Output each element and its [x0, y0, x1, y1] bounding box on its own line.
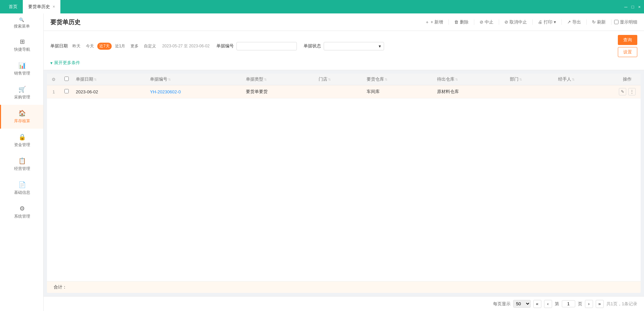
- sidebar-item-label: 库存核算: [14, 118, 30, 124]
- th-dept: 部门⇅: [506, 74, 554, 85]
- main-content: 要货单历史 ＋ + 新增 🗑 删除 ⊘ 中止 ⊘: [44, 13, 644, 311]
- page-total: 共1页，1条记录: [606, 301, 637, 307]
- th-handler: 经手人⇅: [555, 74, 614, 85]
- prev-page-btn[interactable]: ‹: [544, 300, 552, 308]
- sidebar-item-quick-nav[interactable]: ⊞ 快捷导航: [0, 33, 43, 57]
- sort-icon-store: ⇅: [328, 78, 331, 81]
- docno-filter-label: 单据编号: [216, 43, 234, 49]
- sidebar-item-operations[interactable]: 📋 经营管理: [0, 152, 43, 176]
- page-size-select[interactable]: 50 100 200: [513, 300, 531, 308]
- setting-button[interactable]: 设置: [618, 47, 637, 57]
- divider: [586, 19, 587, 25]
- footer-label: 合计：: [54, 284, 67, 290]
- tab-home[interactable]: 首页: [3, 0, 23, 13]
- row-store: [315, 85, 363, 98]
- date-btn-custom[interactable]: 自定义: [142, 43, 158, 50]
- sidebar-search[interactable]: 🔍 搜索菜单: [0, 13, 43, 33]
- sales-icon: 📊: [18, 62, 26, 69]
- divider: [561, 19, 562, 25]
- table-row[interactable]: 1 2023-06-02 YH-20230602-0 要货单要货 车间库 原材料…: [47, 85, 641, 98]
- row-checkbox-cell[interactable]: [60, 85, 72, 98]
- page-size-label: 每页显示: [493, 301, 511, 307]
- row-op: ✎ ⋮: [614, 85, 641, 98]
- last-page-btn[interactable]: »: [596, 300, 604, 308]
- sidebar-item-label: 经营管理: [14, 166, 30, 172]
- query-button[interactable]: 查询: [618, 35, 637, 45]
- op-edit-icon[interactable]: ✎: [619, 88, 626, 95]
- sidebar-item-inventory[interactable]: 🏠 库存核算: [0, 105, 43, 129]
- delete-button[interactable]: 🗑 删除: [451, 18, 471, 27]
- status-filter-label: 单据状态: [304, 43, 321, 49]
- row-doctype: 要货单要货: [243, 85, 315, 98]
- first-page-btn[interactable]: «: [533, 300, 541, 308]
- date-btn-1month[interactable]: 近1月: [113, 43, 127, 50]
- date-btn-today[interactable]: 今天: [84, 43, 96, 50]
- docno-filter-input[interactable]: [236, 42, 297, 50]
- expand-filter-btn[interactable]: ▾ 展开更多条件: [50, 60, 637, 66]
- date-btn-more[interactable]: 更多: [128, 43, 141, 50]
- sort-icon-handler: ⇅: [572, 78, 575, 81]
- sort-icon-date: ⇅: [94, 78, 97, 81]
- select-all-checkbox[interactable]: [64, 77, 69, 81]
- window-controls: ─ □ ×: [624, 4, 641, 9]
- date-filter-label: 单据日期: [50, 43, 68, 49]
- tab-active[interactable]: 要货单历史 ×: [23, 0, 60, 13]
- show-detail-input[interactable]: [614, 20, 619, 24]
- page-title: 要货单历史: [50, 18, 80, 26]
- filter-docno-item: 单据编号: [216, 42, 297, 50]
- refresh-button[interactable]: ↻ 刷新: [589, 18, 608, 27]
- filter-status-item: 单据状态 ▾: [304, 42, 384, 50]
- layout: 🔍 搜索菜单 ⊞ 快捷导航 📊 销售管理 🛒 采购管理 🏠 库存核算 🔒 资金管…: [0, 13, 644, 311]
- filter-action-buttons: 查询 设置: [618, 35, 637, 57]
- cancel-stop-button[interactable]: ⊘ 取消中止: [502, 18, 530, 27]
- sidebar-item-label: 销售管理: [14, 71, 30, 76]
- row-checkbox[interactable]: [64, 89, 69, 93]
- sidebar-item-label: 系统管理: [14, 214, 30, 219]
- new-button[interactable]: ＋ + 新增: [422, 18, 446, 27]
- op-more-icon[interactable]: ⋮: [628, 88, 636, 95]
- delete-icon: 🗑: [454, 19, 459, 25]
- divider: [499, 19, 499, 25]
- tab-close-btn[interactable]: ×: [53, 4, 55, 9]
- sidebar-item-label: 基础信息: [14, 190, 30, 195]
- sidebar-item-purchase[interactable]: 🛒 采购管理: [0, 81, 43, 105]
- stop-button[interactable]: ⊘ 中止: [477, 18, 496, 27]
- sidebar-item-sales[interactable]: 📊 销售管理: [0, 57, 43, 81]
- sidebar-item-system[interactable]: ⚙ 系统管理: [0, 200, 43, 224]
- th-date: 单据日期⇅: [72, 74, 147, 85]
- inventory-icon: 🏠: [18, 109, 26, 117]
- row-docno-link[interactable]: YH-20230602-0: [150, 89, 181, 94]
- maximize-btn[interactable]: □: [632, 4, 634, 9]
- print-dropdown-icon: ▾: [554, 19, 556, 25]
- sidebar-item-basic-info[interactable]: 📄 基础信息: [0, 176, 43, 200]
- sidebar-item-finance[interactable]: 🔒 资金管理: [0, 129, 43, 152]
- page-number-input[interactable]: [562, 300, 575, 307]
- stop-icon: ⊘: [480, 19, 483, 25]
- date-range-text: 2023-05-27 至 2023-06-02: [162, 43, 209, 49]
- row-num: 1: [47, 85, 60, 98]
- quick-nav-icon: ⊞: [20, 38, 25, 45]
- date-btn-7days[interactable]: 近7天: [97, 43, 112, 50]
- table-container: ⚙ 单据日期⇅ 单据编号⇅ 单据类型⇅ 门店⇅ 要货仓库⇅ 待出仓库⇅ 部门⇅ …: [47, 74, 641, 281]
- date-btn-yesterday[interactable]: 昨天: [70, 43, 83, 50]
- print-icon: 🖨: [538, 19, 542, 25]
- sidebar-item-label: 快捷导航: [14, 47, 30, 52]
- tab-active-label: 要货单历史: [28, 4, 50, 10]
- page-unit: 页: [578, 301, 582, 307]
- basic-info-icon: 📄: [18, 181, 26, 188]
- close-btn-window[interactable]: ×: [638, 4, 641, 9]
- minimize-btn[interactable]: ─: [624, 4, 627, 9]
- status-filter-select[interactable]: ▾: [324, 42, 384, 50]
- th-req-warehouse: 要货仓库⇅: [363, 74, 434, 85]
- export-button[interactable]: ↗ 导出: [565, 18, 584, 27]
- select-all-th[interactable]: [60, 74, 72, 85]
- finance-icon: 🔒: [18, 133, 26, 141]
- print-button[interactable]: 🖨 打印 ▾: [535, 18, 559, 27]
- purchase-icon: 🛒: [18, 86, 26, 93]
- gear-th[interactable]: ⚙: [47, 74, 60, 85]
- pagination: 每页显示 50 100 200 « ‹ 第 页 › » 共1页，1条记录: [44, 296, 644, 311]
- table-footer: 合计：: [47, 281, 641, 293]
- show-detail-checkbox[interactable]: 显示明细: [614, 19, 637, 25]
- expand-icon: ▾: [50, 60, 53, 65]
- next-page-btn[interactable]: ›: [585, 300, 593, 308]
